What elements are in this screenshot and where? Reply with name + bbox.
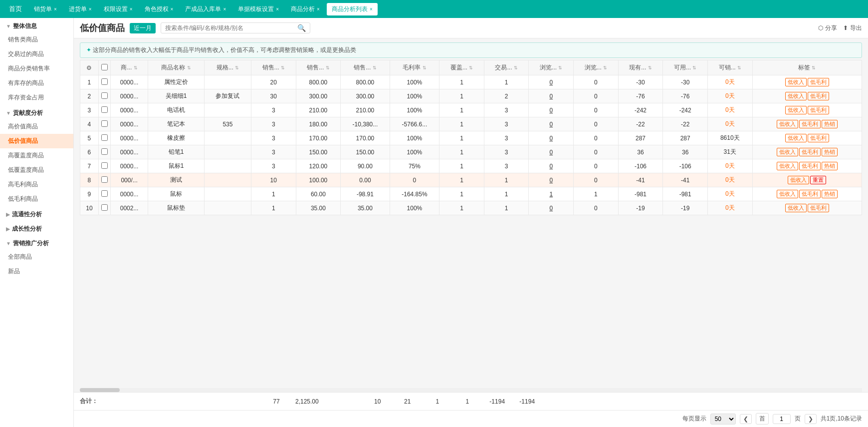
scrollbar-track[interactable] <box>80 388 862 392</box>
cell-browse1[interactable]: 0 <box>529 75 574 89</box>
nav-analysis-list[interactable]: 商品分析列表 × <box>327 3 378 15</box>
settings-icon[interactable]: ⚙ <box>86 64 92 71</box>
row-checkbox[interactable] <box>101 162 108 169</box>
cell-browse1[interactable]: 0 <box>529 201 574 215</box>
nav-roles[interactable]: 角色授权 × <box>140 3 179 15</box>
cell-browse1[interactable]: 0 <box>529 173 574 187</box>
cell-browse1[interactable]: 0 <box>529 131 574 145</box>
nav-close-product-inbound[interactable]: × <box>223 6 226 12</box>
export-button[interactable]: ⬆ 导出 <box>843 24 862 32</box>
th-sales3[interactable]: 销售... ⇅ <box>341 60 390 75</box>
sidebar-item-high-value[interactable]: 高价值商品 <box>0 119 73 134</box>
row-checkbox[interactable] <box>101 106 108 113</box>
sidebar-item-sales-products[interactable]: 销售类商品 <box>0 32 73 47</box>
nav-home[interactable]: 首页 <box>4 2 27 15</box>
browse-link[interactable]: 1 <box>549 191 553 198</box>
sidebar-group-overall[interactable]: ▼ 整体信息 <box>0 18 73 32</box>
th-margin[interactable]: 毛利率 ⇅ <box>390 60 439 75</box>
sidebar-item-all-products[interactable]: 全部商品 <box>0 250 73 264</box>
sidebar-item-low-value[interactable]: 低价值商品 <box>0 134 73 148</box>
th-saleable[interactable]: 可销... ⇅ <box>707 60 752 75</box>
cell-browse1[interactable]: 0 <box>529 145 574 159</box>
browse-link[interactable]: 0 <box>549 107 553 114</box>
th-tags[interactable]: 标签 ⇅ <box>752 60 862 75</box>
nav-product-analysis[interactable]: 商品分析 × <box>286 3 325 15</box>
cell-checkbox[interactable] <box>98 173 110 187</box>
table-wrapper[interactable]: ⚙ 商... ⇅ 商品名称 ⇅ 规格... ⇅ 销售... ⇅ 销售... ⇅ … <box>74 60 868 388</box>
cell-checkbox[interactable] <box>98 159 110 173</box>
cell-checkbox[interactable] <box>98 103 110 117</box>
nav-close-product-analysis[interactable]: × <box>317 6 320 12</box>
row-checkbox[interactable] <box>101 176 108 183</box>
th-cover[interactable]: 覆盖... ⇅ <box>439 60 484 75</box>
page-number-input[interactable] <box>773 414 791 424</box>
sidebar-item-high-margin[interactable]: 高毛利商品 <box>0 177 73 192</box>
sidebar-group-flow[interactable]: ▶ 流通性分析 <box>0 206 73 221</box>
first-page-button[interactable]: ❮ <box>740 414 752 424</box>
th-trade[interactable]: 交易... ⇅ <box>484 60 529 75</box>
share-button[interactable]: ⬡ 分享 <box>818 24 837 32</box>
cell-browse1[interactable]: 0 <box>529 117 574 131</box>
browse-link[interactable]: 0 <box>549 205 553 212</box>
search-icon[interactable]: 🔍 <box>297 24 306 32</box>
row-checkbox[interactable] <box>101 190 108 197</box>
sidebar-item-stock-products[interactable]: 有库存的商品 <box>0 76 73 90</box>
browse-link[interactable]: 0 <box>549 149 553 156</box>
cell-browse1[interactable]: 0 <box>529 159 574 173</box>
browse-link[interactable]: 0 <box>549 121 553 128</box>
th-settings[interactable]: ⚙ <box>80 60 99 75</box>
cell-browse1[interactable]: 1 <box>529 187 574 201</box>
cell-checkbox[interactable] <box>98 187 110 201</box>
th-avail[interactable]: 可用... ⇅ <box>663 60 708 75</box>
cell-checkbox[interactable] <box>98 75 110 89</box>
th-browse2[interactable]: 浏览... ⇅ <box>574 60 619 75</box>
th-sales2[interactable]: 销售... ⇅ <box>296 60 341 75</box>
row-checkbox[interactable] <box>101 78 108 85</box>
page-size-select[interactable]: 50 100 <box>710 414 736 425</box>
cell-checkbox[interactable] <box>98 89 110 103</box>
cell-checkbox[interactable] <box>98 117 110 131</box>
th-sales1[interactable]: 销售... ⇅ <box>251 60 296 75</box>
cell-checkbox[interactable] <box>98 131 110 145</box>
th-stock[interactable]: 现有... ⇅ <box>618 60 663 75</box>
next-page-button[interactable]: ❯ <box>805 414 817 424</box>
nav-template[interactable]: 单据模板设置 × <box>233 3 284 15</box>
time-badge[interactable]: 近一月 <box>130 23 156 33</box>
row-checkbox[interactable] <box>101 148 108 155</box>
sidebar-group-growth[interactable]: ▶ 成长性分析 <box>0 221 73 235</box>
browse-link[interactable]: 0 <box>549 79 553 86</box>
th-code[interactable]: 商... ⇅ <box>110 60 148 75</box>
row-checkbox[interactable] <box>101 134 108 141</box>
cell-browse1[interactable]: 0 <box>529 103 574 117</box>
browse-link[interactable]: 0 <box>549 135 553 142</box>
browse-link[interactable]: 0 <box>549 163 553 170</box>
cell-checkbox[interactable] <box>98 201 110 215</box>
prev-page-button[interactable]: 首 <box>756 413 769 425</box>
th-checkbox[interactable] <box>98 60 110 75</box>
sidebar-item-stock-funds[interactable]: 库存资金占用 <box>0 90 73 105</box>
th-name[interactable]: 商品名称 ⇅ <box>148 60 205 75</box>
nav-close-analysis-list[interactable]: × <box>370 6 373 12</box>
sidebar-group-marketing[interactable]: ▼ 营销推广分析 <box>0 235 73 250</box>
nav-permissions[interactable]: 权限设置 × <box>99 3 138 15</box>
th-browse1[interactable]: 浏览... ⇅ <box>529 60 574 75</box>
row-checkbox[interactable] <box>101 204 108 211</box>
nav-close-permissions[interactable]: × <box>130 6 133 12</box>
row-checkbox[interactable] <box>101 120 108 127</box>
sidebar-item-new-products[interactable]: 新品 <box>0 264 73 279</box>
cell-checkbox[interactable] <box>98 145 110 159</box>
sidebar-group-contribution[interactable]: ▼ 贡献度分析 <box>0 105 73 119</box>
nav-purchase[interactable]: 进货单 × <box>64 3 97 15</box>
sidebar-item-low-coverage[interactable]: 低覆盖度商品 <box>0 163 73 177</box>
sidebar-item-low-margin[interactable]: 低毛利商品 <box>0 192 73 206</box>
sidebar-item-category-sales[interactable]: 商品分类销售率 <box>0 61 73 76</box>
nav-product-inbound[interactable]: 产成品入库单 × <box>180 3 231 15</box>
browse-link[interactable]: 0 <box>549 93 553 100</box>
cell-browse1[interactable]: 0 <box>529 89 574 103</box>
nav-close-roles[interactable]: × <box>171 6 174 12</box>
row-checkbox[interactable] <box>101 92 108 99</box>
select-all-checkbox[interactable] <box>101 64 108 70</box>
nav-close-sales[interactable]: × <box>54 6 57 12</box>
search-input[interactable] <box>165 24 297 31</box>
sidebar-item-traded-products[interactable]: 交易过的商品 <box>0 47 73 61</box>
